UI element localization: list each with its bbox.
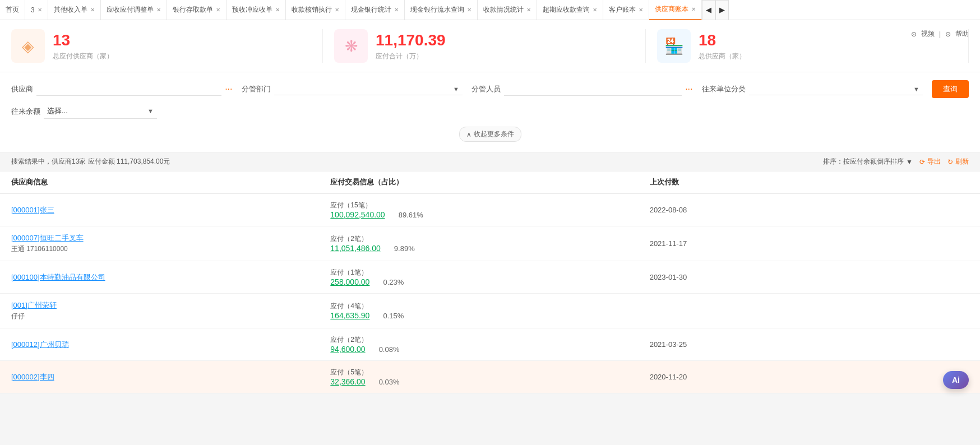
nav-tab-3[interactable]: 3 ✕ <box>25 0 48 20</box>
supplier-payable-icon: ◈ <box>11 29 45 63</box>
refresh-label: 刷新 <box>955 157 969 166</box>
collapse-button[interactable]: ∧ 收起更多条件 <box>459 127 521 142</box>
dept-filter-select[interactable]: ▼ <box>274 84 463 95</box>
person-filter-input[interactable] <box>504 82 682 96</box>
nav-tab-home[interactable]: 首页 <box>0 0 25 20</box>
result-summary-text: 搜索结果中，供应商13家 应付金额 111,703,854.00元 <box>11 157 170 166</box>
category-filter-select[interactable]: ▼ <box>749 84 923 95</box>
nav-tab-collection-stat[interactable]: 收款情况统计 ✕ <box>478 0 537 20</box>
col-header-transaction: 应付交易信息（占比） <box>330 177 649 187</box>
amount-label: 应付（5笔） <box>330 368 649 377</box>
ai-button[interactable]: Ai <box>943 371 969 389</box>
supplier-info-cell: [000100]本特勤油品有限公司 <box>11 272 330 282</box>
supplier-link[interactable]: [000012]广州贝瑞 <box>11 340 69 349</box>
transaction-info-cell: 应付（1笔） 258,000.00 0.23% <box>330 268 649 286</box>
nav-tab-bank-deposit[interactable]: 银行存取款单 ✕ <box>167 0 226 20</box>
export-button[interactable]: ⟳ 导出 <box>919 157 941 166</box>
collapse-label: 收起更多条件 <box>474 129 514 139</box>
ai-label: Ai <box>952 376 960 384</box>
last-payment-cell: 2023-01-30 <box>650 273 969 281</box>
percentage: 9.89% <box>394 244 415 253</box>
close-icon[interactable]: ✕ <box>156 7 161 13</box>
refresh-icon: ↻ <box>947 158 953 166</box>
last-payment-date: 2021-11-17 <box>650 239 687 248</box>
close-icon[interactable]: ✕ <box>467 7 471 13</box>
close-icon[interactable]: ✕ <box>593 7 597 13</box>
close-icon[interactable]: ✕ <box>394 7 399 13</box>
last-payment-date: 2023-01-30 <box>650 273 687 281</box>
supplier-dots-button[interactable]: ··· <box>225 84 232 94</box>
amount-value[interactable]: 100,092,540.00 <box>330 210 385 219</box>
search-button[interactable]: 查询 <box>932 80 969 98</box>
help-link[interactable]: 帮助 <box>955 29 969 39</box>
category-filter-label: 往来单位分类 <box>702 84 746 94</box>
nav-next-arrow[interactable]: ▶ <box>715 0 729 20</box>
table-section: 供应商信息 应付交易信息（占比） 上次付数 [000001]张三 应付（15笔）… <box>0 171 980 393</box>
close-icon[interactable]: ✕ <box>526 7 531 13</box>
supplier-link[interactable]: [000007]恒旺二手叉车 <box>11 234 84 242</box>
table-row: [001]广州荣轩 仔仔 应付（4笔） 164,635.90 0.15% <box>0 294 980 328</box>
close-icon[interactable]: ✕ <box>216 7 220 13</box>
payable-supplier-label: 总应付供应商（家） <box>53 52 113 61</box>
amount-label: 应付（2笔） <box>330 335 649 345</box>
nav-prev-arrow[interactable]: ◀ <box>702 0 715 20</box>
supplier-info-cell: [001]广州荣轩 仔仔 <box>11 300 330 321</box>
last-payment-cell: 2021-11-17 <box>650 239 969 248</box>
payable-total-amount: 11,170.39 <box>376 31 446 50</box>
percentage: 0.03% <box>379 378 400 386</box>
supplier-link[interactable]: [000001]张三 <box>11 206 54 214</box>
filter-row-2: 往来余额 选择... ▼ <box>11 104 969 119</box>
percentage: 0.15% <box>383 312 404 320</box>
total-supplier-label: 总供应商（家） <box>699 52 746 61</box>
supplier-link[interactable]: [000100]本特勤油品有限公司 <box>11 273 105 281</box>
payable-supplier-count: 13 <box>53 31 113 50</box>
supplier-info-cell: [000001]张三 <box>11 205 330 215</box>
category-dropdown-arrow: ▼ <box>913 86 919 92</box>
balance-filter-select[interactable]: 选择... ▼ <box>44 104 157 119</box>
amount-value[interactable]: 164,635.90 <box>330 311 369 320</box>
supplier-info-cell: [000002]李四 <box>11 372 330 382</box>
close-icon[interactable]: ✕ <box>275 7 280 13</box>
transaction-info-cell: 应付（4笔） 164,635.90 0.15% <box>330 302 649 320</box>
total-supplier-count: 18 <box>699 31 746 50</box>
nav-tab-overdue[interactable]: 超期应收款查询 ✕ <box>537 0 603 20</box>
supplier-filter-input[interactable] <box>36 82 221 96</box>
amount-value[interactable]: 32,366.00 <box>330 377 365 386</box>
total-supplier-icon: 🏪 <box>657 29 691 63</box>
card-info-total: 11,170.39 应付合计（万） <box>376 31 446 62</box>
supplier-link[interactable]: [000002]李四 <box>11 373 54 381</box>
export-icon: ⟳ <box>919 158 925 166</box>
percentage: 89.61% <box>399 211 423 219</box>
close-icon[interactable]: ✕ <box>639 7 643 13</box>
close-icon[interactable]: ✕ <box>691 6 696 12</box>
filter-balance: 往来余额 选择... ▼ <box>11 104 157 119</box>
table-row: [000100]本特勤油品有限公司 应付（1笔） 258,000.00 0.23… <box>0 261 980 294</box>
nav-tab-cash-bank-stat[interactable]: 现金银行统计 ✕ <box>345 0 405 20</box>
amount-value[interactable]: 11,051,486.00 <box>330 244 381 253</box>
supplier-filter-label: 供应商 <box>11 84 33 94</box>
summary-card-payable-total: ❋ 11,170.39 应付合计（万） <box>323 29 646 63</box>
nav-tab-collection[interactable]: 收款核销执行 ✕ <box>286 0 345 20</box>
nav-tab-adjustment[interactable]: 应收应付调整单 ✕ <box>101 0 167 20</box>
person-dots-button[interactable]: ··· <box>685 84 692 94</box>
refresh-button[interactable]: ↻ 刷新 <box>947 157 969 166</box>
supplier-link[interactable]: [001]广州荣轩 <box>11 301 57 309</box>
close-icon[interactable]: ✕ <box>335 7 339 13</box>
close-icon[interactable]: ✕ <box>38 7 42 13</box>
top-right-links: ⊙ 视频 | ⊙ 帮助 <box>911 29 969 39</box>
amount-value[interactable]: 94,600.00 <box>330 345 365 354</box>
close-icon[interactable]: ✕ <box>90 7 95 13</box>
balance-dropdown-arrow: ▼ <box>147 108 154 114</box>
nav-tab-other-income[interactable]: 其他收入单 ✕ <box>48 0 101 20</box>
table-row: [000007]恒旺二手叉车 王通 17106110000 应付（2笔） 11,… <box>0 226 980 261</box>
last-payment-date: 2021-03-25 <box>650 340 687 349</box>
sort-select[interactable]: 排序：按应付余额倒序排序 ▼ <box>823 157 913 166</box>
video-link[interactable]: 视频 <box>921 29 935 39</box>
amount-value[interactable]: 258,000.00 <box>330 277 369 286</box>
dept-filter-label: 分管部门 <box>242 84 271 94</box>
nav-tab-advance[interactable]: 预收冲应收单 ✕ <box>226 0 286 20</box>
percentage: 0.23% <box>383 278 404 286</box>
nav-tab-cash-bank-flow[interactable]: 现金银行流水查询 ✕ <box>405 0 478 20</box>
nav-tab-customer-account[interactable]: 客户账本 ✕ <box>603 0 649 20</box>
nav-tab-supplier-account[interactable]: 供应商账本 ✕ <box>649 0 702 20</box>
